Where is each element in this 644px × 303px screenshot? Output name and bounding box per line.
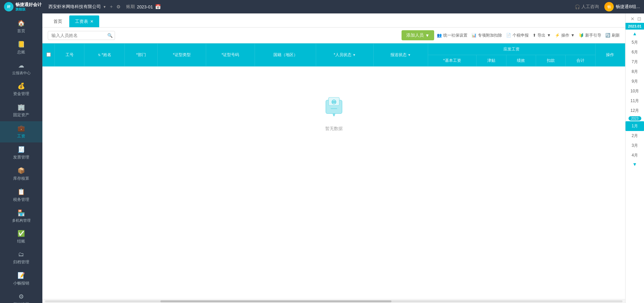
sidebar-label-fund: 资金管理: [13, 91, 29, 97]
panel-down-arrow[interactable]: ▼: [631, 160, 639, 168]
expense-icon: 📝: [17, 272, 25, 279]
period-label: 账期: [126, 4, 135, 10]
th-operation: 操作: [595, 44, 625, 67]
sidebar-label-ledger: 总账: [17, 49, 25, 55]
operation-chevron-icon: ▼: [571, 33, 575, 38]
add-company-button[interactable]: ＋: [109, 4, 114, 10]
month-item-1[interactable]: 1月: [626, 121, 644, 131]
period-value: 2023-01: [137, 4, 153, 9]
tab-home-label: 首页: [53, 18, 62, 25]
sidebar-item-home[interactable]: 🏠 首页: [0, 16, 42, 37]
month-item-11[interactable]: 11月: [626, 96, 644, 106]
month-panel-header: 2023.01: [626, 23, 644, 30]
archive-icon: 🗂: [18, 251, 24, 258]
status-filter-icon[interactable]: ▼: [352, 53, 356, 57]
th-name: ⇅ *姓名: [84, 44, 125, 67]
service-button[interactable]: 🎧 人工咨询: [575, 4, 599, 10]
user-name: 畅捷通B组...: [616, 4, 640, 10]
month-item-9[interactable]: 9月: [626, 77, 644, 86]
refresh-button[interactable]: 🔄 刷新: [605, 33, 620, 38]
scrollbar-thumb[interactable]: [160, 300, 391, 302]
header-right: 🎧 人工咨询 畅 畅捷通B组...: [575, 2, 640, 11]
user-info: 畅 畅捷通B组...: [604, 2, 640, 11]
th-status: *人员状态 ▼: [316, 44, 374, 67]
add-person-button[interactable]: 添加人员 ▼: [402, 30, 434, 40]
month-panel: ✕ ⊡ 2023.01 ▲ 5月 6月 7月 8月 9月 10月 11月 12月…: [625, 13, 644, 303]
tab-home[interactable]: 首页: [48, 15, 68, 27]
sidebar-item-settings[interactable]: ⚙ 基础设置: [0, 290, 42, 303]
sidebar-label-close: 结账: [17, 239, 25, 244]
tax-report-label: 个税申报: [513, 33, 529, 38]
month-item-8[interactable]: 8月: [626, 67, 644, 77]
th-performance: 绩效: [506, 55, 536, 67]
panel-up-arrow[interactable]: ▲: [631, 30, 639, 38]
social-security-label: 统一社保设置: [443, 33, 467, 38]
tab-salary-table[interactable]: 工资表 ✕: [69, 15, 99, 27]
sidebar-item-close[interactable]: ✅ 结账: [0, 226, 42, 248]
search-input[interactable]: [51, 33, 105, 38]
select-all-checkbox[interactable]: [46, 52, 51, 57]
panel-maximize-button[interactable]: ⊡: [637, 16, 641, 21]
sidebar-item-expense[interactable]: 📝 小畅报销: [0, 268, 42, 290]
sidebar-label-home: 首页: [17, 28, 25, 34]
special-deduction-icon: 📊: [471, 33, 477, 38]
operation-button[interactable]: ⚡ 操作 ▼: [555, 33, 575, 38]
sidebar-label-archive: 归档管理: [13, 259, 29, 265]
sidebar-item-inventory[interactable]: 📦 库存核算: [0, 164, 42, 185]
special-deduction-button[interactable]: 📊 专项附加扣除: [471, 33, 502, 38]
sidebar-item-salary[interactable]: 💼 工资: [0, 121, 42, 142]
sidebar-label-cloud: 云报表中心: [12, 71, 31, 76]
tab-close-icon[interactable]: ✕: [90, 19, 93, 24]
special-deduction-label: 专项附加扣除: [478, 33, 502, 38]
sidebar-item-fund[interactable]: 💰 资金管理: [0, 79, 42, 100]
calendar-icon[interactable]: 📅: [155, 4, 161, 9]
svg-rect-6: [332, 110, 336, 111]
horizontal-scrollbar[interactable]: [42, 299, 625, 303]
month-item-6[interactable]: 6月: [626, 47, 644, 57]
company-selector[interactable]: 西安虾米网络科技有限公司 ▼: [48, 4, 106, 10]
toolbar: 🔍 添加人员 ▼ 👥 统一社保设置 📊 专项附加扣除 📄 个税申报: [42, 28, 625, 43]
service-label: 人工咨询: [581, 4, 599, 10]
fund-icon: 💰: [17, 82, 25, 90]
sidebar-item-cloud-report[interactable]: ☁ 云报表中心: [0, 58, 42, 79]
tax-report-icon: 📄: [506, 33, 511, 38]
month-item-2[interactable]: 2月: [626, 131, 644, 141]
tax-report-button[interactable]: 📄 个税申报: [506, 33, 529, 38]
month-item-3[interactable]: 3月: [626, 141, 644, 150]
inventory-icon: 📦: [17, 167, 25, 174]
month-item-7[interactable]: 7月: [626, 57, 644, 67]
refresh-label: 刷新: [612, 33, 620, 38]
submit-filter-icon[interactable]: ▼: [408, 53, 411, 57]
sidebar-label-salary: 工资: [17, 133, 25, 139]
sidebar-item-multi-org[interactable]: 🏪 多机构管理: [0, 206, 42, 226]
close-period-icon: ✅: [17, 230, 25, 237]
svg-marker-7: [333, 114, 335, 116]
table-container: 工号 ⇅ *姓名 *部门 *证型类型 *证型号码 国籍（地区） *人员状态 ▼ …: [42, 43, 625, 299]
export-button[interactable]: ⬆ 导出 ▼: [533, 33, 551, 38]
sidebar-label-multi: 多机构管理: [12, 218, 31, 223]
sidebar-item-fixed-assets[interactable]: 🏢 固定资产: [0, 100, 42, 121]
th-salary-detail: 应发工资: [428, 44, 595, 55]
month-item-4[interactable]: 4月: [626, 150, 644, 160]
tax-icon: 📋: [17, 188, 25, 196]
guide-button[interactable]: 🔰 新手引导: [579, 33, 601, 38]
panel-close-button[interactable]: ✕: [631, 16, 635, 21]
month-item-12[interactable]: 12月: [626, 106, 644, 116]
export-label: 导出: [537, 33, 545, 38]
th-allowance: 津贴: [477, 55, 506, 67]
th-checkbox[interactable]: [43, 44, 55, 67]
salary-table: 工号 ⇅ *姓名 *部门 *证型类型 *证型号码 国籍（地区） *人员状态 ▼ …: [42, 43, 625, 159]
sidebar-label-expense: 小畅报销: [13, 280, 29, 286]
sidebar-label-tax: 税务管理: [13, 197, 29, 203]
guide-toolbar-icon: 🔰: [579, 33, 584, 38]
month-item-5[interactable]: 5月: [626, 38, 644, 47]
sidebar-item-ledger[interactable]: 📒 总账: [0, 37, 42, 58]
sidebar-item-invoice[interactable]: 🧾 发票管理: [0, 142, 42, 164]
sidebar-label-inventory: 库存核算: [13, 176, 29, 181]
month-item-10[interactable]: 10月: [626, 86, 644, 96]
sidebar-item-archive[interactable]: 🗂 归档管理: [0, 248, 42, 268]
social-security-button[interactable]: 👥 统一社保设置: [437, 33, 467, 38]
fixed-assets-icon: 🏢: [17, 103, 25, 111]
settings-icon[interactable]: ⚙: [116, 4, 121, 9]
sidebar-item-tax[interactable]: 📋 税务管理: [0, 185, 42, 206]
